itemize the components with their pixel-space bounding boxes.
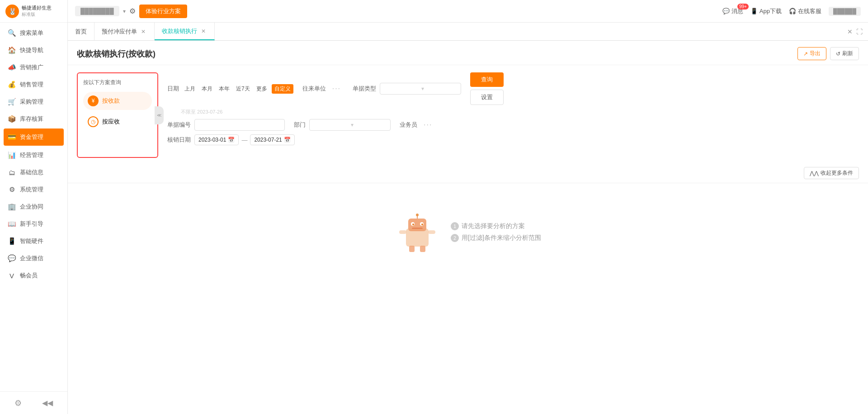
tab-prepay-label: 预付冲应付单 [102, 28, 137, 36]
collapse-filter-left-btn[interactable]: ≪ [155, 106, 164, 124]
sidebar-item-search[interactable]: 🔍 搜索菜单 [0, 24, 67, 42]
service-icon: 🎧 [789, 8, 796, 14]
service-label: 在线客服 [798, 7, 821, 15]
date-btn-custom[interactable]: 自定义 [272, 84, 293, 94]
dropdown-arrow-icon[interactable]: ▾ [123, 8, 126, 14]
verify-date-end-input[interactable]: 2023-07-21 📅 [250, 134, 294, 145]
sidebar-item-vip[interactable]: V 畅会员 [0, 267, 67, 284]
sidebar-nav: 🔍 搜索菜单 🏠 快捷导航 📣 营销推广 💰 销售管理 🛒 采购管理 📦 库存核… [0, 23, 67, 391]
verify-date-filter: 核销日期 2023-03-01 📅 — 2023-07-21 [167, 134, 295, 145]
topbar-right: 💬 消息 99+ 📱 App下载 🎧 在线客服 ██████ [722, 7, 861, 16]
refresh-button[interactable]: ↺ 刷新 [830, 47, 859, 60]
page-header: 收款核销执行(按收款) ↗ 导出 ↺ 刷新 [68, 41, 868, 65]
industry-solution-button[interactable]: 体验行业方案 [139, 5, 187, 18]
date-btn-this-month[interactable]: 本月 [200, 84, 214, 94]
money-icon: 💰 [7, 81, 16, 89]
counterparty-select-btn[interactable]: ··· [330, 83, 344, 95]
date-range-separator: — [241, 137, 247, 143]
filter-option-by-receivable[interactable]: ◷ 按应收 [83, 113, 152, 131]
sidebar-label-guide: 新手引导 [20, 220, 43, 228]
doc-type-select[interactable]: ▾ [380, 83, 461, 95]
online-service-button[interactable]: 🎧 在线客服 [789, 7, 821, 15]
sidebar-item-quick-nav[interactable]: 🏠 快捷导航 [0, 42, 67, 59]
tab-prepay[interactable]: 预付冲应付单 ✕ [94, 23, 155, 40]
sidebar-label-sales: 销售管理 [20, 81, 43, 89]
sidebar-item-sales[interactable]: 💰 销售管理 [0, 76, 67, 93]
date-btn-7days[interactable]: 近7天 [234, 84, 252, 94]
receipt-icon: ¥ [88, 95, 99, 106]
sidebar-item-operations[interactable]: 📊 经营管理 [0, 147, 67, 164]
employee-select-btn[interactable]: ··· [421, 119, 435, 131]
sidebar-item-inventory[interactable]: 📦 库存核算 [0, 110, 67, 128]
cart-icon: 🛒 [7, 98, 16, 106]
query-button[interactable]: 查询 [470, 72, 504, 87]
user-account: ██████ [829, 7, 861, 16]
setting-button[interactable]: 设置 [470, 90, 504, 105]
calendar-end-icon[interactable]: 📅 [284, 137, 291, 143]
sidebar-item-purchase[interactable]: 🛒 采购管理 [0, 93, 67, 110]
doc-no-input[interactable] [194, 119, 285, 131]
dept-chevron-icon: ▾ [351, 122, 387, 128]
collapse-more-section: ⋀⋀ 收起更多条件 [68, 165, 868, 183]
sidebar-label-purchase: 采购管理 [20, 98, 43, 106]
search-icon: 🔍 [7, 29, 16, 37]
app-download-button[interactable]: 📱 App下载 [750, 7, 782, 15]
page-container: 收款核销执行(按收款) ↗ 导出 ↺ 刷新 按以下方案查询 [68, 41, 868, 414]
sidebar-item-smart-hw[interactable]: 📱 智能硬件 [0, 233, 67, 250]
filter-panel-title: 按以下方案查询 [83, 79, 152, 86]
dept-select[interactable]: ▾ [309, 119, 391, 131]
svg-point-4 [412, 224, 414, 225]
employee-filter: 业务员 ··· [400, 119, 435, 131]
date-btn-this-year[interactable]: 本年 [217, 84, 231, 94]
box-icon: 📦 [7, 115, 16, 123]
dept-label: 部门 [294, 121, 306, 129]
verify-date-end-value: 2023-07-21 [254, 137, 282, 143]
collapse-sidebar-btn[interactable]: ◀◀ [42, 399, 53, 407]
sidebar-item-system[interactable]: ⚙ 系统管理 [0, 181, 67, 198]
filter-options-panel: 按以下方案查询 ¥ 按收款 ◷ 按应收 ≪ [77, 72, 158, 158]
date-btn-more[interactable]: 更多 [255, 84, 269, 94]
sidebar-item-basic-info[interactable]: 🗂 基础信息 [0, 164, 67, 181]
chevron-down-icon: ▾ [421, 86, 457, 92]
sidebar-item-wechat[interactable]: 💬 企业微信 [0, 250, 67, 267]
verify-date-start-input[interactable]: 2023-03-01 📅 [194, 134, 239, 145]
message-button[interactable]: 💬 消息 99+ [722, 7, 743, 15]
counterparty-filter: 往来单位 ··· [302, 83, 344, 95]
sidebar-item-finance[interactable]: 💳 资金管理 [4, 128, 64, 146]
sidebar-label-quick-nav: 快捷导航 [20, 46, 43, 54]
svg-rect-10 [428, 230, 435, 234]
logo-text: 畅捷通好生意 [22, 5, 52, 11]
doc-no-filter: 单据编号 [167, 119, 285, 131]
maximize-tab-icon[interactable]: ⛶ [856, 28, 863, 35]
step-1-icon: 1 [451, 222, 459, 230]
filter-panel: 按以下方案查询 ¥ 按收款 ◷ 按应收 ≪ [68, 65, 868, 165]
close-tab-icon[interactable]: ✕ [847, 28, 853, 35]
settings-bottom-icon[interactable]: ⚙ [14, 398, 22, 408]
receipt-label: 按收款 [102, 97, 120, 105]
sidebar-logo: 🐰 畅捷通好生意 标准版 [0, 0, 67, 23]
export-icon: ↗ [803, 51, 808, 57]
chart-icon: 📊 [7, 151, 16, 159]
sidebar-label-enterprise: 企业协同 [20, 203, 43, 211]
tab-home-label: 首页 [75, 28, 87, 36]
empty-hint-2: 2 用[过滤]条件来缩小分析范围 [451, 234, 541, 242]
sidebar-item-marketing[interactable]: 📣 营销推广 [0, 59, 67, 76]
home-icon: 🏠 [7, 46, 16, 54]
collapse-more-button[interactable]: ⋀⋀ 收起更多条件 [804, 167, 859, 179]
calendar-start-icon[interactable]: 📅 [228, 137, 235, 143]
date-btn-last-month[interactable]: 上月 [183, 84, 197, 94]
tab-receivable[interactable]: 收款核销执行 ✕ [155, 23, 215, 40]
export-button[interactable]: ↗ 导出 [797, 47, 826, 60]
sidebar-item-guide[interactable]: 📖 新手引导 [0, 215, 67, 233]
tab-prepay-close-icon[interactable]: ✕ [140, 28, 147, 35]
sidebar-item-enterprise[interactable]: 🏢 企业协同 [0, 198, 67, 215]
filter-form: 日期 上月 本月 本年 近7天 更多 自定义 [167, 72, 859, 158]
filter-option-by-receipt[interactable]: ¥ 按收款 [83, 92, 152, 110]
empty-hints: 1 请先选择要分析的方案 2 用[过滤]条件来缩小分析范围 [451, 222, 541, 246]
tab-receivable-close-icon[interactable]: ✕ [200, 28, 207, 35]
sidebar-label-inventory: 库存核算 [20, 115, 43, 123]
tab-home[interactable]: 首页 [68, 23, 94, 40]
topbar-gear-icon[interactable]: ⚙ [129, 7, 136, 15]
dept-filter: 部门 ▾ [294, 119, 391, 131]
topbar-brand: ████████ [75, 6, 119, 16]
